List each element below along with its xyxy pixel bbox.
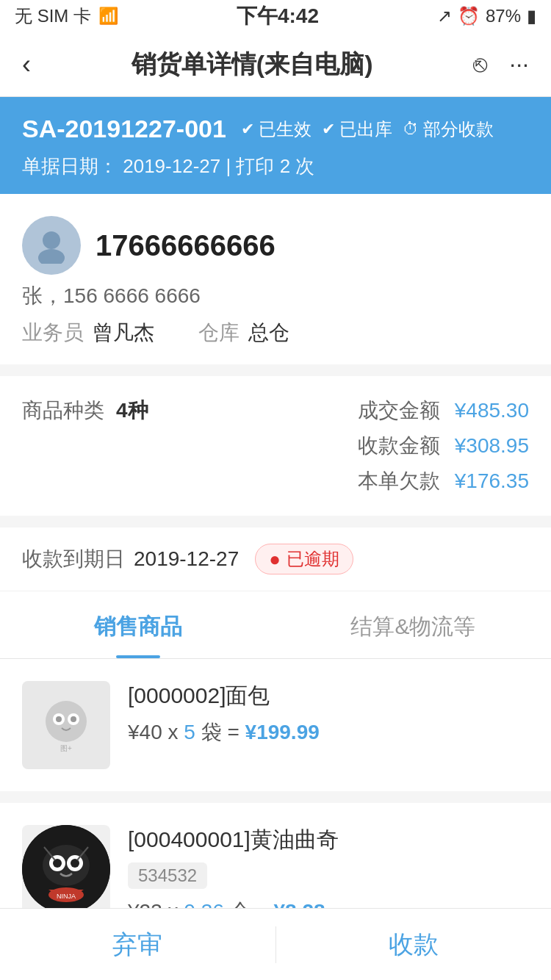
battery-text: 87% [486, 6, 521, 26]
product-sku-2: 534532 [128, 862, 207, 889]
product-price-line-1: ¥40 x 5 袋 = ¥199.99 [128, 718, 529, 746]
order-date-info: 单据日期： 2019-12-27 | 打印 2 次 [22, 154, 529, 179]
customer-contact: 张，156 6666 6666 [22, 282, 529, 310]
carrier-text: 无 SIM 卡 [15, 4, 91, 28]
unit-1: 袋 [201, 721, 222, 743]
due-section: 收款到期日 2019-12-27 ● 已逾期 [0, 527, 551, 591]
svg-point-1 [38, 249, 65, 264]
status-badge-shipped: ✔ 已出库 [322, 118, 392, 141]
owl-thumb: NINJA [22, 825, 110, 913]
print-info: | 打印 2 次 [226, 155, 314, 177]
order-header-band: SA-20191227-001 ✔ 已生效 ✔ 已出库 ⏱ 部分收款 单据日期：… [0, 97, 551, 194]
amount-label: 成交金额 [358, 397, 440, 425]
tab-products-label: 销售商品 [94, 614, 182, 638]
status-bar: 无 SIM 卡 📶 下午4:42 ↗ ⏰ 87% ▮ [0, 0, 551, 32]
order-id: SA-20191227-001 [22, 115, 226, 143]
overdue-badge: ● 已逾期 [255, 544, 353, 574]
multiply-1: x [168, 721, 184, 743]
more-icon[interactable]: ··· [509, 51, 529, 78]
order-date: 2019-12-27 [123, 155, 220, 177]
qty-1: 5 [184, 721, 195, 743]
overdue-icon: ● [269, 548, 281, 571]
thumb-placeholder-1: 图+ [22, 681, 110, 769]
status-bar-time: 下午4:42 [237, 2, 319, 30]
overdue-text: 已逾期 [287, 547, 339, 571]
status-bar-left: 无 SIM 卡 📶 [15, 4, 118, 28]
avatar [22, 216, 81, 275]
sales-label: 业务员 [22, 319, 84, 347]
sales-value: 曾凡杰 [93, 319, 154, 347]
product-name-2: [000400001]黄油曲奇 [128, 825, 529, 855]
nav-bar: ‹ 销货单详情(来自电脑) ⎋ ··· [0, 32, 551, 97]
eq-1: = [227, 721, 245, 743]
svg-text:NINJA: NINJA [57, 893, 76, 900]
svg-point-3 [46, 701, 87, 742]
check-icon-1: ✔ [241, 120, 254, 139]
clock-icon: ⏱ [403, 120, 419, 139]
customer-top: 17666666666 [22, 216, 529, 275]
order-header-top: SA-20191227-001 ✔ 已生效 ✔ 已出库 ⏱ 部分收款 [22, 115, 529, 143]
status-badge-effective: ✔ 已生效 [241, 118, 311, 141]
svg-point-6 [56, 716, 62, 722]
location-icon: ↗ [437, 6, 452, 26]
date-label: 单据日期： [22, 155, 118, 177]
share-icon[interactable]: ⎋ [473, 51, 487, 78]
page-title: 销货单详情(来自电脑) [132, 48, 373, 82]
product-list: 图+ [0000002]面包 ¥40 x 5 袋 = ¥199.99 [0, 659, 551, 948]
customer-section: 17666666666 张，156 6666 6666 业务员 曾凡杰 仓库 总… [0, 194, 551, 364]
status-badge-partial: ⏱ 部分收款 [403, 118, 494, 141]
tabs-container: 销售商品 结算&物流等 [0, 591, 551, 659]
cancel-button[interactable]: 弃审 [0, 910, 276, 979]
price-1: ¥40 [128, 721, 162, 743]
nav-actions: ⎋ ··· [473, 51, 529, 78]
wifi-icon: 📶 [98, 7, 118, 26]
check-icon-2: ✔ [322, 120, 335, 139]
collect-button[interactable]: 收款 [276, 910, 552, 979]
customer-id: 17666666666 [96, 229, 276, 262]
types-row: 商品种类 4种 [22, 397, 276, 425]
received-label: 收款金额 [358, 432, 440, 460]
status-partial-text: 部分收款 [423, 118, 494, 141]
customer-meta: 业务员 曾凡杰 仓库 总仓 [22, 319, 529, 347]
stats-right: 成交金额 ¥485.30 收款金额 ¥308.95 本单欠款 ¥176.35 [276, 397, 529, 495]
status-bar-right: ↗ ⏰ 87% ▮ [437, 6, 536, 26]
status-effective-text: 已生效 [259, 118, 311, 141]
amount-value: ¥485.30 [455, 399, 529, 422]
back-button[interactable]: ‹ [22, 49, 31, 80]
status-shipped-text: 已出库 [339, 118, 392, 141]
tab-settlement[interactable]: 结算&物流等 [276, 591, 551, 658]
warehouse-value: 总仓 [248, 319, 289, 347]
product-name-1: [0000002]面包 [128, 681, 529, 711]
owing-row: 本单欠款 ¥176.35 [358, 467, 529, 495]
received-value: ¥308.95 [455, 434, 529, 458]
product-item[interactable]: 图+ [0000002]面包 ¥40 x 5 袋 = ¥199.99 [0, 659, 551, 791]
meta-sales: 业务员 曾凡杰 [22, 319, 154, 347]
tab-products[interactable]: 销售商品 [0, 591, 276, 658]
due-date: 2019-12-27 [134, 547, 239, 571]
svg-point-7 [71, 716, 76, 722]
product-thumb-2: NINJA [22, 825, 110, 913]
warehouse-label: 仓库 [198, 319, 240, 347]
bottom-bar: 弃审 收款 [0, 908, 551, 980]
product-thumb-1: 图+ [22, 681, 110, 769]
received-row: 收款金额 ¥308.95 [358, 432, 529, 460]
types-value: 4种 [116, 397, 148, 425]
product-info-1: [0000002]面包 ¥40 x 5 袋 = ¥199.99 [128, 681, 529, 746]
owing-label: 本单欠款 [358, 467, 440, 495]
status-badges: ✔ 已生效 ✔ 已出库 ⏱ 部分收款 [241, 118, 494, 141]
owing-value: ¥176.35 [455, 469, 529, 493]
types-label: 商品种类 [22, 397, 104, 425]
total-1: ¥199.99 [245, 721, 320, 743]
svg-point-0 [43, 231, 60, 249]
stats-section: 商品种类 4种 成交金额 ¥485.30 收款金额 ¥308.95 本单欠款 ¥… [0, 376, 551, 516]
amount-row: 成交金额 ¥485.30 [358, 397, 529, 425]
stats-left: 商品种类 4种 [22, 397, 276, 428]
svg-text:图+: 图+ [60, 744, 72, 752]
meta-warehouse: 仓库 总仓 [198, 319, 289, 347]
battery-icon: ▮ [527, 6, 536, 26]
alarm-icon: ⏰ [458, 6, 480, 26]
tab-settlement-label: 结算&物流等 [350, 614, 475, 638]
due-label: 收款到期日 [22, 545, 125, 573]
